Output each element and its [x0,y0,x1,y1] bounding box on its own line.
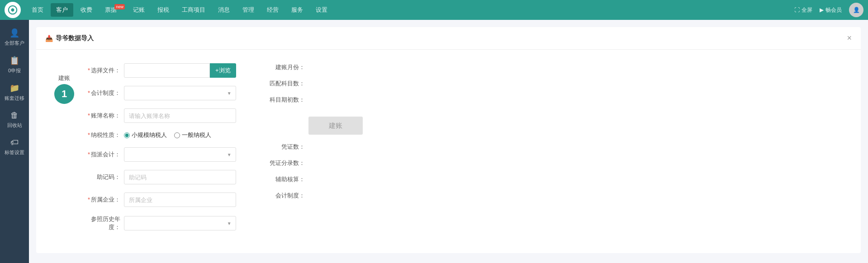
info-row-subject-init: 科目期初数： [263,96,435,104]
nav-right: ⛶ 全屏 ▶ 畅会员 👤 [794,3,863,17]
accounting-system-select[interactable] [124,86,236,100]
tax-general-input[interactable] [174,132,180,138]
step-section: 建账 1 选择文件： +浏览 [54,63,236,240]
info-row-voucher: 凭证数： [263,143,435,151]
panel-header: 📥 导爷数据导入 × [36,27,861,50]
top-navigation: 首页 客户 收费 票据 new 记账 报税 工商项目 消息 管理 经营 服务 设… [0,0,868,20]
nav-item-fee[interactable]: 收费 [75,3,98,17]
select-file-label: 选择文件： [83,66,124,75]
history-year-label: 参照历史年度： [83,215,124,231]
info-row-match-subjects: 匹配科目数： [263,80,435,88]
all-clients-icon: 👤 [9,28,19,38]
nav-item-settings[interactable]: 设置 [310,3,333,17]
info-row-aux: 辅助核算： [263,175,435,183]
fullscreen-btn[interactable]: ⛶ 全屏 [794,6,812,14]
import-icon: 📥 [45,35,53,42]
form-row-history: 参照历史年度： ▼ [83,215,236,231]
form-row-ledger: 账簿名称： [83,108,236,123]
accounting-system-select-wrapper: ▼ [124,86,236,100]
tax-nature-label: 纳税性质： [83,131,124,139]
avatar[interactable]: 👤 [849,3,863,17]
voucher-label: 凭证数： [263,143,308,151]
create-month-label: 建账月份： [263,63,308,71]
nav-item-business[interactable]: 工商项目 [176,3,211,17]
company-label: 所属企业： [83,196,124,204]
nav-item-manage[interactable]: 管理 [237,3,260,17]
form-row-tax: 纳税性质： 小规模纳税人 一般纳税人 [83,131,236,139]
subject-init-label: 科目期初数： [263,96,308,104]
step-circle: 1 [54,84,74,104]
memo-label: 助记码： [83,173,124,181]
import-panel: 📥 导爷数据导入 × 建账 1 选择文件： [36,27,861,253]
form-row-accountant: 指派会计： ▼ [83,147,236,162]
nav-menu: 首页 客户 收费 票据 new 记账 报税 工商项目 消息 管理 经营 服务 设… [26,3,794,17]
browse-button[interactable]: +浏览 [210,63,236,78]
sidebar-item-all-clients[interactable]: 👤 全部客户 [0,23,29,51]
nav-item-bookkeeping[interactable]: 记账 [128,3,150,17]
form-row-company: 所属企业： [83,193,236,207]
avatar-icon: 👤 [853,7,860,13]
info-row-voucher-entry: 凭证分录数： [263,159,435,167]
history-year-select-wrapper: ▼ [124,216,236,230]
accounting-system-label: 会计制度： [83,89,124,97]
history-year-select[interactable] [124,216,236,230]
file-input-group: +浏览 [124,63,236,78]
form-right: 建账月份： 匹配科目数： 科目期初数： 建账 [263,63,435,240]
sidebar-item-zero-report[interactable]: 📋 0申报 [0,51,29,79]
form-row-accounting: 会计制度： ▼ [83,86,236,100]
nav-item-service[interactable]: 服务 [286,3,308,17]
sidebar-item-recycle[interactable]: 🗑 回收站 [0,106,29,133]
new-badge: new [114,4,125,9]
tax-general-radio[interactable]: 一般纳税人 [174,131,211,139]
logo[interactable] [5,2,21,18]
tax-small-radio[interactable]: 小规模纳税人 [124,131,167,139]
accounting-system-right-label: 会计制度： [263,192,308,200]
main-content: 📥 导爷数据导入 × 建账 1 选择文件： [29,20,868,263]
sidebar-item-migrate[interactable]: 📁 账套迁移 [0,79,29,106]
form-row-select-file: 选择文件： +浏览 [83,63,236,78]
panel-title: 📥 导爷数据导入 [45,34,94,42]
info-row-system: 会计制度： [263,192,435,200]
match-subjects-label: 匹配科目数： [263,80,308,88]
nav-item-invoice[interactable]: 票据 new [100,3,126,17]
sidebar: 👤 全部客户 📋 0申报 📁 账套迁移 🗑 回收站 🏷 标签设置 [0,20,29,263]
ledger-name-label: 账簿名称： [83,112,124,120]
tags-icon: 🏷 [10,138,19,147]
aux-label: 辅助核算： [263,175,308,183]
recycle-icon: 🗑 [10,111,19,120]
memo-input[interactable] [124,170,236,184]
accountant-select-wrapper: ▼ [124,147,236,162]
nav-item-operation[interactable]: 经营 [261,3,284,17]
accountant-label: 指派会计： [83,150,124,159]
zero-report-icon: 📋 [9,56,19,66]
voucher-entry-label: 凭证分录数： [263,159,308,167]
nav-item-home[interactable]: 首页 [26,3,49,17]
close-button[interactable]: × [847,33,852,43]
step-label: 建账 [58,74,70,82]
fullscreen-icon: ⛶ [794,7,800,13]
tax-radio-group: 小规模纳税人 一般纳税人 [124,131,236,139]
company-input[interactable] [124,193,236,207]
nav-item-tax[interactable]: 报税 [152,3,175,17]
ledger-name-input[interactable] [124,108,236,123]
form-row-memo: 助记码： [83,170,236,184]
info-row-create-month: 建账月份： [263,63,435,71]
nav-item-message[interactable]: 消息 [213,3,235,17]
create-btn-row: 建账 [263,112,435,135]
accountant-select[interactable] [124,147,236,162]
member-btn[interactable]: ▶ 畅会员 [820,6,842,14]
migrate-icon: 📁 [9,83,19,93]
nav-item-client[interactable]: 客户 [51,3,73,17]
main-layout: 👤 全部客户 📋 0申报 📁 账套迁移 🗑 回收站 🏷 标签设置 📥 导爷 [0,20,868,263]
form-left: 选择文件： +浏览 会计制度： [83,63,236,240]
tax-small-input[interactable] [124,132,130,138]
member-icon: ▶ [820,7,824,13]
create-account-button[interactable]: 建账 [308,117,363,135]
form-area: 建账 1 选择文件： +浏览 [36,50,861,253]
sidebar-item-tags[interactable]: 🏷 标签设置 [0,133,29,160]
file-input[interactable] [124,63,210,78]
